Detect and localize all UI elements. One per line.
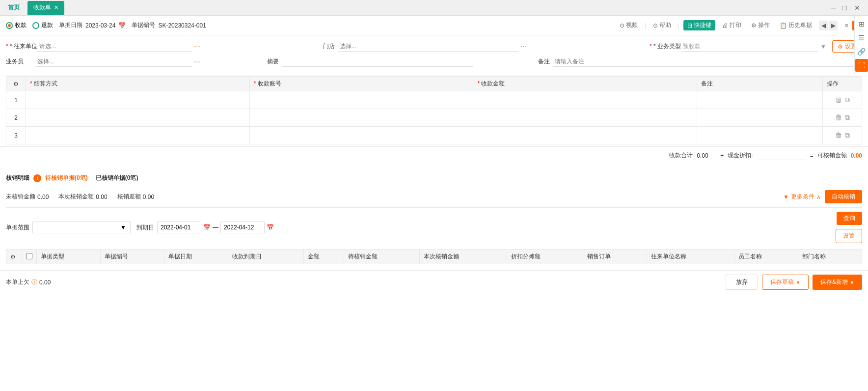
reconcile-col-gear[interactable]: ⚙ — [6, 250, 22, 264]
reconcile-tabs: 待核销单据(0笔) 已核销单据(0笔) — [45, 174, 138, 182]
reconcile-right-actions: ▼ 更多条件 ∧ 自动核销 — [783, 190, 862, 203]
col-gear-header[interactable]: ⚙ — [6, 77, 26, 91]
row-1-copy-icon[interactable]: ⧉ — [845, 96, 850, 104]
row-3-account[interactable] — [249, 127, 473, 144]
print-btn[interactable]: 🖨 打印 — [719, 20, 744, 30]
row-1-account[interactable] — [249, 91, 473, 109]
row-3-copy-icon[interactable]: ⧉ — [845, 131, 850, 140]
salesperson-more-btn[interactable]: ··· — [192, 57, 202, 66]
row-1-payment[interactable] — [26, 91, 250, 109]
due-date-field: 到期日 📅 — 📅 — [136, 222, 274, 233]
refund-radio-dot — [32, 22, 39, 29]
col-amount-header: 收款金额 — [473, 77, 697, 91]
video-label: 视频 — [626, 21, 638, 29]
calendar-icon[interactable]: 📅 — [118, 22, 126, 29]
cal-from-icon[interactable]: 📅 — [203, 224, 211, 231]
filter-settings-btn[interactable]: 设置 — [836, 229, 862, 243]
auto-reconcile-label: 自动核销 — [832, 193, 855, 200]
abandon-btn[interactable]: 放弃 — [726, 275, 758, 290]
counterpart-field: * 往来单位 ··· — [6, 41, 202, 52]
nav-next-btn[interactable]: ▶ — [829, 21, 838, 30]
shortcut-btn[interactable]: ⊟ 快捷键 — [683, 20, 715, 30]
help-btn[interactable]: ⊙ 帮助 — [650, 20, 674, 30]
sidebar-table-icon[interactable]: ⊞ — [855, 18, 868, 30]
row-1-delete-icon[interactable]: 🗑 — [835, 96, 842, 104]
uncancelled-value: 0.00 — [37, 194, 49, 200]
range-label: 单据范围 — [6, 223, 29, 232]
nav-prev-btn[interactable]: ◀ — [819, 21, 828, 30]
operation-btn[interactable]: ⚙ 操作 — [748, 20, 773, 30]
query-btn[interactable]: 查询 — [837, 212, 862, 225]
footer-info-icon[interactable]: ⓘ — [31, 278, 37, 286]
view-list-btn[interactable]: ≡ — [841, 21, 851, 30]
sidebar-link-icon[interactable]: 🔗 — [855, 45, 868, 58]
sidebar-expand-icon[interactable]: ⛶ — [855, 59, 868, 72]
close-btn[interactable]: ✕ — [854, 4, 862, 12]
tab-receipt[interactable]: 收款单 ✕ — [27, 1, 64, 15]
done-tab-link[interactable]: 已核销单据(0笔) — [96, 174, 138, 182]
abandon-label: 放弃 — [736, 279, 748, 285]
tab-close-icon[interactable]: ✕ — [54, 4, 58, 11]
store-more-btn[interactable]: ··· — [518, 42, 529, 51]
salesperson-input[interactable] — [35, 56, 192, 67]
row-2-delete-icon[interactable]: 🗑 — [835, 113, 842, 122]
doc-date-label: 单据日期 — [59, 21, 82, 29]
row-3-delete-icon[interactable]: 🗑 — [835, 131, 842, 140]
pending-count: 0笔 — [77, 174, 86, 181]
range-select[interactable]: ▼ — [32, 222, 131, 233]
reconcile-col-checkbox[interactable] — [22, 250, 37, 264]
receipt-radio[interactable]: 收款 — [6, 21, 27, 29]
row-2-account[interactable] — [249, 109, 473, 127]
discount-input[interactable] — [757, 151, 806, 160]
history-btn[interactable]: 📋 历史单据 — [777, 20, 815, 30]
memo-input[interactable] — [282, 56, 473, 67]
refund-radio-label: 退款 — [41, 21, 53, 29]
footer-actions: 放弃 保存草稿 ∧ 保存&新增 ∧ — [726, 275, 862, 290]
nav-arrows: ◀ ▶ — [819, 21, 838, 30]
shortcut-label: 快捷键 — [694, 21, 711, 29]
col-action-label: 操作 — [827, 80, 839, 87]
business-type-input[interactable] — [681, 41, 818, 52]
row-2-amount[interactable] — [473, 109, 697, 127]
row-3-payment[interactable] — [26, 127, 250, 144]
draft-btn[interactable]: 保存草稿 ∧ — [762, 275, 809, 290]
row-3-amount[interactable] — [473, 127, 697, 144]
sidebar-list-icon[interactable]: ☰ — [855, 31, 868, 44]
form-area: * 往来单位 ··· 门店 ··· * 业务类型 ▼ — [0, 35, 868, 76]
row-3-remark[interactable] — [697, 127, 823, 144]
row-2-payment[interactable] — [26, 109, 250, 127]
save-new-arrow-icon: ∧ — [850, 279, 854, 286]
save-new-btn[interactable]: 保存&新增 ∧ — [813, 275, 862, 290]
pending-tab-link[interactable]: 待核销单据(0笔) — [45, 174, 88, 182]
table-row: 3 🗑 ⧉ — [6, 127, 862, 144]
row-2-remark[interactable] — [697, 109, 823, 127]
store-input[interactable] — [338, 41, 519, 52]
auto-reconcile-btn[interactable]: 自动核销 — [825, 190, 862, 203]
reconcile-col-amount: 金额 — [304, 250, 344, 264]
select-all-checkbox[interactable] — [26, 253, 32, 259]
row-2-copy-icon[interactable]: ⧉ — [845, 113, 850, 122]
row-1-amount[interactable] — [473, 91, 697, 109]
row-1-remark[interactable] — [697, 91, 823, 109]
counterpart-input[interactable] — [37, 41, 192, 52]
reconcile-title-row: 核销明细 i 待核销单据(0笔) 已核销单据(0笔) — [6, 174, 862, 182]
refund-radio[interactable]: 退款 — [32, 21, 53, 29]
minimize-btn[interactable]: ─ — [831, 4, 839, 12]
business-type-select[interactable]: ▼ — [681, 41, 826, 52]
video-btn[interactable]: ⊙ 视频 — [617, 20, 641, 30]
maximize-btn[interactable]: □ — [842, 4, 850, 12]
discount-col-label: 折扣分摊额 — [511, 253, 541, 260]
remark-input[interactable] — [553, 56, 862, 67]
receipt-radio-dot — [6, 22, 13, 29]
tab-home[interactable]: 首页 — [2, 1, 26, 15]
form-row-2: 业务员 ··· 摘要 备注 — [6, 56, 862, 67]
cal-to-icon[interactable]: 📅 — [267, 224, 274, 231]
reconcile-col-pending: 待核销金额 — [344, 250, 420, 264]
business-type-arrow[interactable]: ▼ — [820, 43, 826, 50]
date-from-input[interactable] — [157, 222, 201, 233]
sales-col-label: 销售订单 — [587, 253, 611, 260]
counterpart-more-btn[interactable]: ··· — [192, 42, 202, 51]
more-conditions-btn[interactable]: ▼ 更多条件 ∧ — [783, 193, 821, 201]
reconcile-info-icon[interactable]: i — [33, 174, 41, 182]
date-to-input[interactable] — [220, 222, 265, 233]
